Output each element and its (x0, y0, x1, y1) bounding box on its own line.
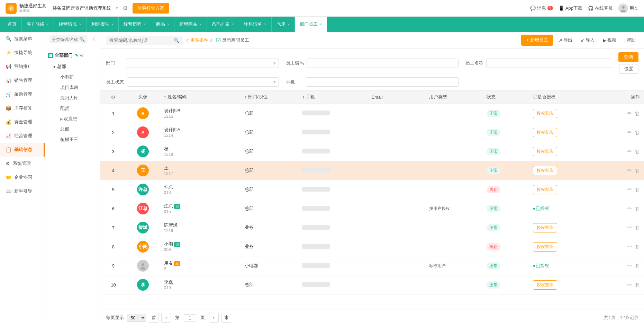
col-header-settings[interactable]: ⚙ (100, 90, 126, 104)
user-item[interactable]: 用友 (618, 3, 638, 13)
delete-button[interactable]: 🗑 (635, 225, 640, 231)
app-download-item[interactable]: 📱 App下载 (559, 5, 582, 11)
delete-button[interactable]: 🗑 (635, 130, 640, 135)
dept-item-distribution[interactable]: 配货 (53, 103, 100, 114)
view-button[interactable]: ▶ 视频 (600, 35, 619, 45)
tab-department[interactable]: 部门员工 × (295, 17, 327, 32)
filter-phone-input[interactable] (306, 77, 459, 87)
delete-button[interactable]: 🗑 (635, 263, 640, 269)
edit-button[interactable]: ✏ (627, 224, 632, 231)
auth-button[interactable]: 授权登录 (533, 280, 557, 290)
add-employee-button[interactable]: + 新增员工 (521, 35, 553, 46)
col-header-dept[interactable]: ↕ 部门/职位 (241, 90, 298, 104)
filter-status-select[interactable]: ▾ (127, 77, 279, 87)
close-icon[interactable]: × (144, 22, 146, 26)
sidebar-item-system[interactable]: ⚙ 系统管理 (0, 157, 45, 170)
close-icon[interactable]: × (47, 22, 49, 26)
close-icon[interactable]: × (167, 22, 169, 26)
auth-button[interactable]: 授权登录 (533, 128, 557, 137)
import-button[interactable]: ↙ 导入 (578, 35, 597, 45)
auth-button[interactable]: 授权登录 (533, 185, 557, 194)
sidebar-item-sales[interactable]: 📊 销售管理 (0, 73, 45, 87)
delete-button[interactable]: 🗑 (635, 187, 640, 193)
dept-search-input[interactable] (52, 37, 78, 42)
service-item[interactable]: 🎧 在线客服 (588, 5, 613, 11)
dept-item-zongbu[interactable]: 总部 (53, 124, 100, 134)
delete-button[interactable]: 🗑 (635, 111, 640, 116)
sidebar-item-collab[interactable]: 🤝 企业协同 (0, 170, 45, 184)
sidebar-item-mgmt[interactable]: 📈 经营管理 (0, 129, 45, 143)
search-input[interactable] (109, 38, 172, 43)
last-page-button[interactable]: 末 (221, 313, 231, 323)
dept-item-general[interactable]: ▾ 总部 (48, 61, 100, 72)
delete-button[interactable]: 🗑 (635, 244, 640, 250)
tab-bom[interactable]: 物料清单 × (239, 17, 271, 32)
message-item[interactable]: 💬 消息 5 (530, 5, 553, 11)
close-icon[interactable]: × (320, 22, 322, 26)
sidebar-item-search[interactable]: 🔍 搜索菜单 (0, 32, 45, 46)
sidebar-item-inventory[interactable]: 📦 库存核算 (0, 101, 45, 115)
sidebar-item-marketing[interactable]: 📢 营销推广 (0, 60, 45, 73)
next-page-button[interactable]: › (209, 313, 219, 323)
trial-button[interactable]: 体验行业方案 (133, 3, 169, 14)
reset-action-button[interactable]: 设置 (619, 64, 638, 74)
auth-button[interactable]: 授权登录 (533, 147, 557, 156)
prev-page-button[interactable]: ‹ (161, 313, 171, 323)
close-icon[interactable]: × (232, 22, 234, 26)
sidebar-item-guide[interactable]: 📖 新手引导 (0, 184, 45, 198)
edit-button[interactable]: ✏ (627, 244, 632, 250)
close-icon[interactable]: × (79, 22, 81, 26)
print-button[interactable]: | 帮助 (622, 35, 638, 45)
delete-button[interactable]: 🗑 (635, 206, 640, 212)
tab-warehouse[interactable]: 仓库 × (272, 17, 295, 32)
export-button[interactable]: ↗ 导出 (556, 35, 575, 45)
tab-history[interactable]: 经营历程 × (119, 17, 151, 32)
edit-button[interactable]: ✏ (627, 110, 632, 116)
sidebar-item-nav[interactable]: ⚡ 快捷导航 (0, 46, 45, 60)
edit-dept-icon[interactable]: ✎ (75, 53, 78, 58)
tab-barcode[interactable]: 条码方案 × (207, 17, 239, 32)
sidebar-item-finance[interactable]: 💰 资金管理 (0, 115, 45, 129)
edit-button[interactable]: ✏ (627, 282, 632, 288)
edit-button[interactable]: ✏ (627, 263, 632, 269)
dept-item-xiaodian[interactable]: 小电部 (53, 72, 100, 82)
show-inactive-wrap[interactable]: ☑ 显示离职员工 (216, 37, 249, 44)
auth-button[interactable]: 授权登录 (533, 166, 557, 175)
auth-button[interactable]: 授权登录 (533, 109, 557, 118)
delete-button[interactable]: 🗑 (635, 168, 640, 174)
page-size-select[interactable]: 50 100 (127, 314, 146, 322)
chevron-collapse-icon[interactable]: ≪ (80, 53, 84, 58)
dept-item-project[interactable]: 项目库房 (53, 82, 100, 93)
filter-empcode-input[interactable] (307, 59, 459, 68)
tab-home[interactable]: 首页 (3, 17, 22, 32)
edit-button[interactable]: ✏ (627, 129, 632, 135)
first-page-button[interactable]: 首 (149, 313, 158, 323)
current-page-input[interactable] (184, 314, 196, 321)
edit-button[interactable]: ✏ (627, 167, 632, 174)
collapse-button[interactable]: 《 (90, 36, 96, 43)
system-dropdown-arrow[interactable]: ▾ (116, 6, 118, 10)
close-icon[interactable]: × (264, 22, 266, 26)
col-header-name[interactable]: ↕ 姓名/编码 (160, 90, 241, 104)
dept-item-shenyang[interactable]: 沈阳大库 (53, 93, 100, 103)
tab-goods[interactable]: 商品 × (151, 17, 174, 32)
delete-button[interactable]: 🗑 (635, 149, 640, 155)
search-icon-toolbar[interactable]: 🔍 (174, 38, 179, 43)
all-dept-item[interactable]: ▦ 全部部门 ✎ ≪ (45, 50, 100, 61)
more-filter-button[interactable]: ▽ 更多条件 ∧ (185, 37, 213, 43)
tab-profit[interactable]: 利润报告 × (87, 17, 119, 32)
search-action-button[interactable]: 查询 (618, 52, 638, 62)
sidebar-item-purchase[interactable]: 🛒 采购管理 (0, 87, 45, 101)
sidebar-item-basic[interactable]: 📋 基础信息 (0, 143, 45, 157)
tab-customer[interactable]: 客户联络 × (22, 17, 54, 32)
edit-button[interactable]: ✏ (627, 148, 632, 155)
tab-operation[interactable]: 经营情况 × (54, 17, 86, 32)
col-header-phone[interactable]: ↕ 手机 (298, 90, 367, 104)
close-icon[interactable]: × (199, 22, 201, 26)
auth-button[interactable]: 授权登录 (533, 223, 557, 232)
delete-button[interactable]: 🗑 (635, 282, 640, 288)
edit-button[interactable]: ✏ (627, 205, 632, 212)
auth-button[interactable]: 授权登录 (533, 242, 557, 252)
dept-item-zhushu[interactable]: 植树王三 (53, 134, 100, 145)
close-icon[interactable]: × (288, 22, 290, 26)
